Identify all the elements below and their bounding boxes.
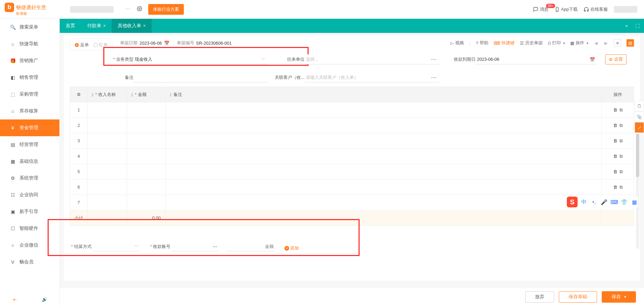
ime-punct-icon[interactable]: •,	[590, 198, 598, 206]
history-link[interactable]: ☰历史单据	[520, 40, 543, 46]
user-menu[interactable]	[614, 6, 637, 13]
sidebar-item-search[interactable]: 🔍搜索菜单	[0, 19, 59, 36]
discard-button[interactable]: 放弃	[525, 291, 554, 303]
cell-amount[interactable]	[127, 102, 166, 118]
float-expand-icon[interactable]: ⤢	[635, 122, 644, 133]
ime-mic-icon[interactable]: 🎤	[600, 198, 608, 206]
remark-input[interactable]	[133, 72, 268, 83]
th-income-name[interactable]: ▲▼收入名称	[88, 87, 127, 102]
cell-remark[interactable]	[166, 133, 602, 149]
cell-amount[interactable]	[127, 149, 166, 164]
cell-amount[interactable]	[127, 118, 166, 133]
gear-icon[interactable]	[137, 6, 142, 12]
table-row[interactable]: 6🗑⧉	[70, 180, 634, 195]
ime-skin-icon[interactable]: 👕	[621, 198, 628, 206]
sidebar-item-purchase[interactable]: ⬚采购管理	[0, 86, 59, 103]
chevron-down-icon[interactable]: ﹀	[135, 244, 139, 250]
settle-account-input[interactable]	[172, 242, 219, 251]
th-amount[interactable]: ▲▼金额	[127, 87, 166, 102]
cell-income-name[interactable]	[88, 118, 127, 133]
cell-amount[interactable]	[127, 133, 166, 149]
table-row[interactable]: 3🗑⧉	[70, 133, 634, 149]
sidebar-item-wechat[interactable]: ○企业微信	[0, 237, 59, 254]
calendar-icon[interactable]: 📅	[164, 41, 169, 46]
sidebar-item-business[interactable]: ▤经营管理	[0, 136, 59, 153]
sidebar-item-marketing[interactable]: 🎁营销推广	[0, 52, 59, 69]
delete-row-icon[interactable]: 🗑	[613, 123, 618, 128]
sidebar-item-hardware[interactable]: ☐智能硬件	[0, 220, 59, 237]
radio-red[interactable]: 红单	[94, 42, 108, 48]
cell-income-name[interactable]	[88, 133, 127, 149]
sidebar-item-inventory[interactable]: ⌂库存核算	[0, 103, 59, 119]
cell-income-name[interactable]	[88, 195, 127, 210]
view-card-icon[interactable]: ▤	[627, 39, 634, 47]
float-note-icon[interactable]: 🗒	[635, 101, 644, 111]
delete-row-icon[interactable]: 🗑	[613, 185, 618, 190]
sidebar-item-guide[interactable]: ▣新手引导	[0, 203, 59, 220]
ime-zh-icon[interactable]: 中	[580, 198, 588, 206]
cell-remark[interactable]	[166, 195, 602, 210]
shortcut-link[interactable]: ⌨快捷键	[494, 40, 515, 46]
sidebar-item-vip[interactable]: V畅会员	[0, 254, 59, 270]
more-icon[interactable]: •••	[431, 57, 437, 62]
online-service-link[interactable]: 在线客服	[584, 6, 608, 12]
org-selector[interactable]: ﹀	[70, 6, 130, 13]
table-gear-header[interactable]: ⚙	[70, 87, 88, 102]
print-link[interactable]: ⎙打印▾	[548, 40, 565, 46]
table-row[interactable]: 2🗑⧉	[70, 118, 634, 133]
more-icon[interactable]: •••	[431, 75, 437, 80]
cell-remark[interactable]	[166, 102, 602, 118]
cell-income-name[interactable]	[88, 149, 127, 164]
table-row[interactable]: 4🗑⧉	[70, 149, 634, 164]
copy-row-icon[interactable]: ⧉	[620, 154, 623, 159]
save-draft-button[interactable]: 保存草稿	[559, 291, 597, 303]
delete-row-icon[interactable]: 🗑	[613, 107, 618, 112]
cell-amount[interactable]	[127, 195, 166, 210]
doc-date-value[interactable]: 2023-06-06	[140, 41, 162, 46]
sidebar-item-quicknav[interactable]: ⌂快捷导航	[0, 36, 59, 52]
biz-type-input[interactable]	[133, 54, 268, 64]
operate-link[interactable]: ▦操作▾	[570, 40, 588, 46]
table-row[interactable]: 7🗑⧉	[70, 195, 634, 210]
experience-button[interactable]: 体验行业方案	[148, 4, 184, 15]
settle-amount-input[interactable]	[227, 242, 274, 251]
settings-button[interactable]: ⚙设置	[605, 54, 627, 64]
sidebar-item-collab[interactable]: ☷企业协同	[0, 187, 59, 203]
sidebar-sound-icon[interactable]: 🔊	[30, 297, 60, 302]
ime-grid-icon[interactable]: ▦	[631, 198, 638, 206]
table-row[interactable]: 5🗑⧉	[70, 164, 634, 180]
cell-remark[interactable]	[166, 118, 602, 133]
messages-link[interactable]: 消息	[533, 6, 548, 12]
view-list-icon[interactable]: ≡	[614, 39, 621, 47]
tab-close-all-icon[interactable]: ×	[623, 22, 631, 30]
copy-row-icon[interactable]: ⧉	[620, 138, 623, 143]
copy-row-icon[interactable]: ⧉	[620, 123, 623, 128]
cell-income-name[interactable]	[88, 102, 127, 118]
cell-amount[interactable]	[127, 164, 166, 180]
party-input[interactable]	[305, 54, 439, 64]
next-doc-icon[interactable]: ▶	[604, 41, 608, 46]
cell-amount[interactable]	[127, 180, 166, 195]
tab-fullscreen-icon[interactable]: ⛶	[633, 22, 641, 30]
ime-keyboard-icon[interactable]: ⌨	[610, 198, 618, 206]
delete-row-icon[interactable]: 🗑	[613, 138, 618, 143]
th-remark[interactable]: ▲▼备注	[166, 87, 602, 102]
due-date-input[interactable]	[476, 54, 596, 64]
scrollbar-thumb[interactable]	[636, 134, 639, 177]
copy-row-icon[interactable]: ⧉	[620, 185, 623, 190]
delete-row-icon[interactable]: 🗑	[613, 154, 618, 159]
video-link[interactable]: ▷视频	[450, 40, 464, 46]
chevron-down-icon[interactable]: ﹀	[261, 56, 266, 62]
cell-remark[interactable]	[166, 180, 602, 195]
copy-row-icon[interactable]: ⧉	[620, 107, 623, 112]
calendar-icon[interactable]: 📅	[590, 57, 595, 62]
delete-row-icon[interactable]: 🗑	[613, 169, 618, 174]
tab-payment[interactable]: 付款单×	[81, 19, 112, 33]
cell-income-name[interactable]	[88, 164, 127, 180]
scrollbar[interactable]	[636, 134, 639, 249]
app-download-link[interactable]: App下载	[554, 6, 578, 12]
sidebar-item-sales[interactable]: ◧销售管理	[0, 69, 59, 86]
close-icon[interactable]: ×	[103, 23, 106, 28]
prev-doc-icon[interactable]: ◀	[594, 41, 598, 46]
sidebar-item-basicinfo[interactable]: ▦基础信息	[0, 153, 59, 170]
